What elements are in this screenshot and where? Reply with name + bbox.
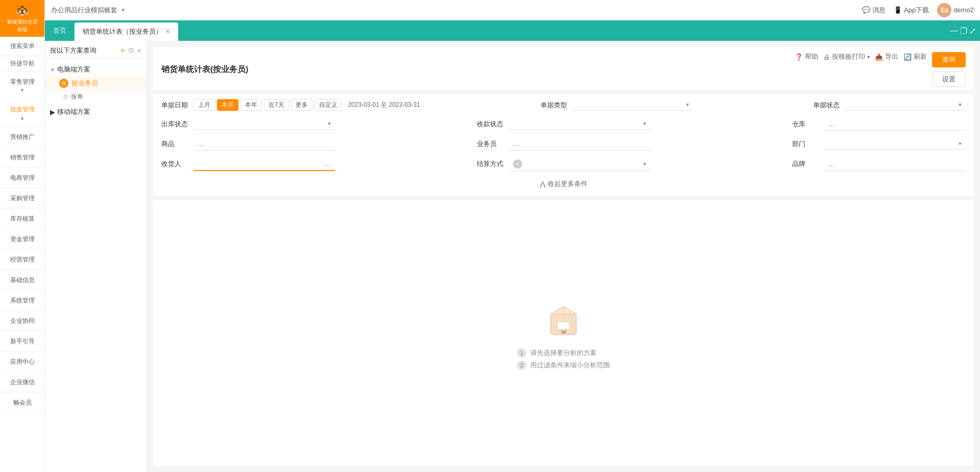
order-sub-label: 按单 [71,92,83,101]
sidebar-item-ecommerce[interactable]: 电商管理 [0,168,44,188]
sidebar-item-marketing[interactable]: 营销推广 [0,127,44,147]
tab-close-icon[interactable]: × [165,28,170,36]
logo[interactable]: 🐯 畅捷通好生意 标版 [0,0,44,37]
user-profile[interactable]: Ea demo2 [937,3,974,17]
salesperson-select[interactable]: ... [509,137,650,151]
doc-status-arrow-icon: ▾ [959,101,962,108]
payment-select[interactable]: ▾ [509,118,650,130]
date-btn-custom[interactable]: 自定义 [314,99,342,111]
settings-scheme-icon[interactable]: ⊙ [128,46,134,55]
date-btn-last-month[interactable]: 上月 [193,99,215,111]
settings-button[interactable]: 设置 [932,72,966,87]
step1-num: 1 [517,348,526,358]
print-dropdown-icon: ▾ [867,54,870,60]
logo-icon: 🐯 [2,4,42,17]
filter-section: 单据日期 上月 本月 本年 近7天 更多 自定义 2023-03-01 至 20… [153,94,974,196]
settlement-label: 结算方式 [477,159,505,169]
print-btn[interactable]: 🖨 按模板打印 ▾ [823,52,870,61]
doc-status-select[interactable]: ▾ [845,99,966,111]
doc-type-arrow-icon: ▾ [686,101,689,108]
add-scheme-icon[interactable]: + [120,46,125,55]
doc-status-label: 单据状态 [813,101,841,110]
tree-group-desktop: ▼ 电脑端方案 按 按业务员 ⊙ 按单 [45,63,146,103]
print-label: 按模板打印 [832,52,865,61]
consignee-field[interactable] [198,160,324,168]
export-icon: 📤 [875,53,883,61]
app-download-label: App下载 [904,6,929,15]
dropdown-icon[interactable]: ▾ [121,6,125,14]
goods-dots[interactable]: ... [198,139,204,148]
sidebar-item-retail[interactable]: 零售管理 ▼ [0,72,44,99]
tab-home[interactable]: 首页 [45,20,75,41]
settlement-select[interactable]: × ▾ [509,157,650,171]
sidebar-item-wholesale[interactable]: 批发管理 ▲ [0,99,44,127]
sidebar-item-system[interactable]: 系统管理 [0,290,44,311]
settlement-arrow-icon: ▾ [643,160,646,168]
collapse-scheme-icon[interactable]: « [137,46,141,55]
search-menu[interactable]: 搜索菜单 [0,37,44,56]
payment-arrow-icon: ▾ [643,120,646,127]
quick-nav[interactable]: 快捷导航 [0,56,44,72]
chevron-icon: ▲ [20,115,25,121]
consignee-dots[interactable]: ... [324,159,331,168]
goods-select[interactable]: ... [193,137,335,151]
collapse-btn[interactable]: ⋀ 收起更多条件 [161,177,966,191]
query-button[interactable]: 查询 [932,52,966,67]
restore-icon[interactable]: ❐ [960,26,967,36]
shipment-arrow-icon: ▾ [328,120,331,127]
tree-group-mobile-header[interactable]: ▶ 移动端方案 [45,105,146,119]
sidebar-item-guide[interactable]: 新手引导 [0,331,44,351]
collapse-label: 收起更多条件 [548,179,587,188]
date-label: 单据日期 [161,101,189,110]
message-btn[interactable]: 💬 消息 [862,6,886,15]
date-btn-this-month[interactable]: 本月 [217,99,238,111]
dept-select[interactable]: ▾ [824,138,966,150]
sidebar: 🐯 畅捷通好生意 标版 搜索菜单 快捷导航 零售管理 ▼ 批发管理 ▲ 营销推广… [0,0,45,472]
warehouse-select[interactable]: ... [824,117,966,131]
date-btn-this-year[interactable]: 本年 [240,99,262,111]
tree-group-desktop-header[interactable]: ▼ 电脑端方案 [45,63,146,76]
step2-label: 用过滤条件来缩小分析范围 [530,361,610,370]
sidebar-item-member[interactable]: 畅会员 [0,392,44,413]
brand-label: 品牌 [792,159,820,169]
doc-type-label: 单据类型 [541,101,569,110]
sidebar-item-wechat[interactable]: 企业微信 [0,372,44,392]
tabbar-actions: — ❐ ⤢ [946,26,980,36]
app-download-btn[interactable]: 📱 App下载 [894,6,929,15]
filter-row-1: 单据日期 上月 本月 本年 近7天 更多 自定义 2023-03-01 至 20… [161,99,966,111]
tree-sub-item-order[interactable]: ⊙ 按单 [45,90,146,103]
sidebar-item-sales[interactable]: 销售管理 [0,147,44,168]
warehouse-dots[interactable]: ... [828,119,835,128]
brand-dots[interactable]: ... [828,159,835,169]
sidebar-item-company[interactable]: 企业协同 [0,311,44,331]
maximize-icon[interactable]: ⤢ [969,26,976,36]
shipment-select[interactable]: ▾ [193,118,335,130]
minimize-icon[interactable]: — [950,26,958,35]
tree-item-salesperson[interactable]: 按 按业务员 [45,76,146,90]
sidebar-item-purchase[interactable]: 采购管理 [0,188,44,208]
sidebar-item-finance[interactable]: 资金管理 [0,229,44,249]
doc-type-select[interactable]: ▾ [573,99,693,111]
order-sub-icon: ⊙ [63,93,68,100]
date-btn-7days[interactable]: 近7天 [264,99,289,111]
consignee-input[interactable]: ... [193,157,335,171]
settlement-clear-icon[interactable]: × [513,159,522,169]
tabbar: 首页 销货单统计表（按业务员） × — ❐ ⤢ [45,20,980,41]
salesperson-dots[interactable]: ... [513,139,520,148]
tab-sales-report-label: 销货单统计表（按业务员） [83,27,162,36]
tree-group-desktop-label: 电脑端方案 [57,65,90,74]
sidebar-item-appstore[interactable]: 应用中心 [0,351,44,372]
sidebar-item-operation[interactable]: 经营管理 [0,249,44,270]
refresh-label: 刷新 [914,52,927,61]
sidebar-item-basic[interactable]: 基础信息 [0,270,44,290]
export-btn[interactable]: 📤 导出 [875,52,898,61]
tab-sales-report[interactable]: 销货单统计表（按业务员） × [75,22,178,41]
date-btn-more[interactable]: 更多 [291,99,312,111]
logo-text: 畅捷通好生意 [2,18,42,25]
help-icon: ❓ [795,53,803,61]
brand-select[interactable]: ... [824,157,966,171]
refresh-btn[interactable]: 🔄 刷新 [903,52,927,61]
date-range: 2023-03-01 至 2023-03-31 [348,101,420,109]
sidebar-item-inventory[interactable]: 库存核算 [0,208,44,229]
help-btn[interactable]: ❓ 帮助 [795,52,818,61]
